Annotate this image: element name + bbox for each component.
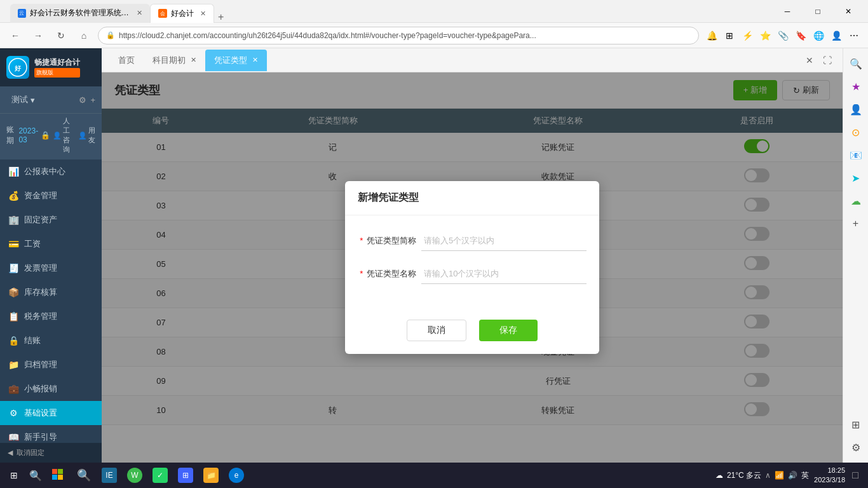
browser-tab-2[interactable]: 会 好会计 ✕ xyxy=(150,4,214,23)
taskbar-item-6[interactable]: ⊞ xyxy=(174,464,197,487)
sidebar-item-inventory[interactable]: 📦 库存核算 xyxy=(0,280,102,304)
taskbar-item-5[interactable]: ✓ xyxy=(149,464,172,487)
taskbar-item-1[interactable] xyxy=(47,464,70,487)
content-panel: 凭证类型 + 新增 ↻ 刷新 编号 凭证类型简称 凭证类型 xyxy=(102,72,843,463)
user-button[interactable]: 👤 用友 xyxy=(78,126,95,145)
address-bar[interactable]: 🔒 https://cloud2.chanjet.com/accounting/… xyxy=(98,27,699,44)
right-grid-icon[interactable]: ⊞ xyxy=(846,414,866,435)
tab-voucher-label: 凭证类型 xyxy=(214,55,247,66)
sidebar-label-asset: 固定资产 xyxy=(24,214,57,226)
home-button[interactable]: ⌂ xyxy=(75,27,93,44)
sidebar-item-capital[interactable]: 💰 资金管理 xyxy=(0,184,102,208)
period-value: 2023-03 xyxy=(18,126,38,144)
collapse-label: 取消固定 xyxy=(17,448,44,458)
systray: ☁ 21°C 多云 ∧ 📶 🔊 英 xyxy=(710,470,814,481)
close-button[interactable]: ✕ xyxy=(834,2,863,21)
sidebar-item-asset[interactable]: 🏢 固定资产 xyxy=(0,208,102,232)
sidebar-label-archive: 归档管理 xyxy=(24,359,57,370)
ext-icon-2[interactable]: ⊞ xyxy=(722,28,737,43)
sidebar-icon-close: 🔒 xyxy=(8,335,19,346)
systray-chevron[interactable]: ∧ xyxy=(765,471,771,480)
sidebar-item-announcement[interactable]: 📊 公报表中心 xyxy=(0,159,102,184)
name-input[interactable] xyxy=(421,264,587,284)
tab-home-label: 首页 xyxy=(118,55,135,66)
right-cloud-icon[interactable]: ☁ xyxy=(846,191,866,211)
sidebar-label-invoice: 发票管理 xyxy=(24,262,57,274)
right-outlook-icon[interactable]: 📧 xyxy=(846,145,866,165)
tab-subject-close[interactable]: ✕ xyxy=(191,56,196,64)
page-tab-nav: 首页 科目期初 ✕ 凭证类型 ✕ ✕ ⛶ xyxy=(102,48,843,72)
user-avatar[interactable]: 👤 xyxy=(829,28,844,43)
tab-close-2[interactable]: ✕ xyxy=(200,10,206,18)
sidebar-icon-invoice: 🧾 xyxy=(8,262,19,274)
ext-icon-1[interactable]: 🔔 xyxy=(704,28,719,43)
sidebar-label-tax: 税务管理 xyxy=(24,311,57,322)
sidebar-item-close[interactable]: 🔒 结账 xyxy=(0,329,102,353)
sidebar-item-invoice[interactable]: 🧾 发票管理 xyxy=(0,256,102,280)
add-icon[interactable]: + xyxy=(90,95,95,105)
browser-title-bar: 云 好会计云财务软件管理系统_会计 ✕ 会 好会计 ✕ + ─ □ ✕ xyxy=(0,0,868,23)
tab-home[interactable]: 首页 xyxy=(109,50,144,71)
save-button[interactable]: 保存 xyxy=(479,320,538,341)
new-tab-button[interactable]: + xyxy=(218,11,224,23)
taskbar-search-button[interactable]: 🔍 xyxy=(25,465,46,485)
ext-icon-4[interactable]: ⭐ xyxy=(757,28,773,43)
cancel-button[interactable]: 取消 xyxy=(407,320,466,341)
back-button[interactable]: ← xyxy=(6,27,24,44)
taskbar-item-8[interactable]: e xyxy=(225,464,248,487)
tab-voucher-close[interactable]: ✕ xyxy=(252,56,258,64)
logo-icon: 好 xyxy=(6,56,29,79)
right-arrow-icon[interactable]: ➤ xyxy=(846,168,866,188)
ext-icon-6[interactable]: 🔖 xyxy=(793,28,808,43)
sidebar-item-salary[interactable]: 💳 工资 xyxy=(0,232,102,256)
tab-subject[interactable]: 科目期初 ✕ xyxy=(144,50,205,71)
settings-icon[interactable]: ⚙ xyxy=(79,95,86,105)
taskbar-item-3[interactable]: IE xyxy=(98,464,121,487)
sidebar-item-expense[interactable]: 💼 小畅报销 xyxy=(0,377,102,401)
sidebar-item-tax[interactable]: 📋 税务管理 xyxy=(0,304,102,329)
sidebar-icon-archive: 📁 xyxy=(8,359,19,370)
panel-expand-button[interactable]: ⛶ xyxy=(820,53,835,68)
tab-close-1[interactable]: ✕ xyxy=(137,9,142,17)
forward-button[interactable]: → xyxy=(29,27,47,44)
right-circle-icon[interactable]: ⊙ xyxy=(846,122,866,142)
modal-overlay: 新增凭证类型 * 凭证类型简称 * xyxy=(102,72,843,463)
taskbar-item-4[interactable]: W xyxy=(123,464,146,487)
notification-button[interactable]: □ xyxy=(845,465,865,485)
start-button[interactable]: ⊞ xyxy=(3,464,25,487)
sidebar: 好 畅捷通好合计 旗舰版 测试 ▾ ⚙ + 账期 2023-03 🔒 👤 人工咨… xyxy=(0,48,102,463)
ext-icon-7[interactable]: 🌐 xyxy=(811,28,826,43)
workspace-selector[interactable]: 测试 ▾ xyxy=(6,92,40,108)
right-settings-icon[interactable]: ⚙ xyxy=(846,437,866,458)
right-user-icon[interactable]: 👤 xyxy=(846,99,866,119)
right-star-icon[interactable]: ★ xyxy=(846,76,866,97)
sidebar-item-archive[interactable]: 📁 归档管理 xyxy=(0,353,102,377)
sidebar-item-guide[interactable]: 📖 新手引导 xyxy=(0,425,102,443)
abbr-input[interactable] xyxy=(421,231,587,251)
sidebar-logo: 好 畅捷通好合计 旗舰版 xyxy=(0,48,102,86)
support-button[interactable]: 👤 人工咨询 xyxy=(53,116,74,154)
ext-icon-5[interactable]: 📎 xyxy=(775,28,790,43)
panel-close-button[interactable]: ✕ xyxy=(802,53,817,68)
maximize-button[interactable]: □ xyxy=(803,2,832,21)
browser-tab-1[interactable]: 云 好会计云财务软件管理系统_会计 ✕ xyxy=(10,4,150,23)
refresh-button[interactable]: ↻ xyxy=(52,27,70,44)
more-button[interactable]: ⋯ xyxy=(846,28,862,43)
window-controls: ─ □ ✕ xyxy=(773,2,863,21)
tab-voucher[interactable]: 凭证类型 ✕ xyxy=(205,50,267,71)
tab-label-2: 好会计 xyxy=(171,8,194,19)
taskbar-item-2[interactable]: 🔍 xyxy=(72,464,95,487)
sidebar-collapse-button[interactable]: ◀ 取消固定 xyxy=(0,443,102,463)
tab-subject-label: 科目期初 xyxy=(153,55,186,66)
minimize-button[interactable]: ─ xyxy=(773,2,802,21)
sidebar-item-settings[interactable]: ⚙ 基础设置 xyxy=(0,401,102,425)
workspace-name: 测试 xyxy=(11,94,28,105)
ext-icon-3[interactable]: ⚡ xyxy=(740,28,755,43)
taskbar-item-7[interactable]: 📁 xyxy=(200,464,222,487)
tab-favicon-1: 云 xyxy=(18,9,26,18)
sidebar-icon-settings: ⚙ xyxy=(8,407,19,419)
logo-text-container: 畅捷通好合计 旗舰版 xyxy=(34,57,80,78)
right-plus-icon[interactable]: + xyxy=(846,214,866,234)
right-search-icon[interactable]: 🔍 xyxy=(846,53,866,74)
period-label: 账期 xyxy=(6,125,16,146)
